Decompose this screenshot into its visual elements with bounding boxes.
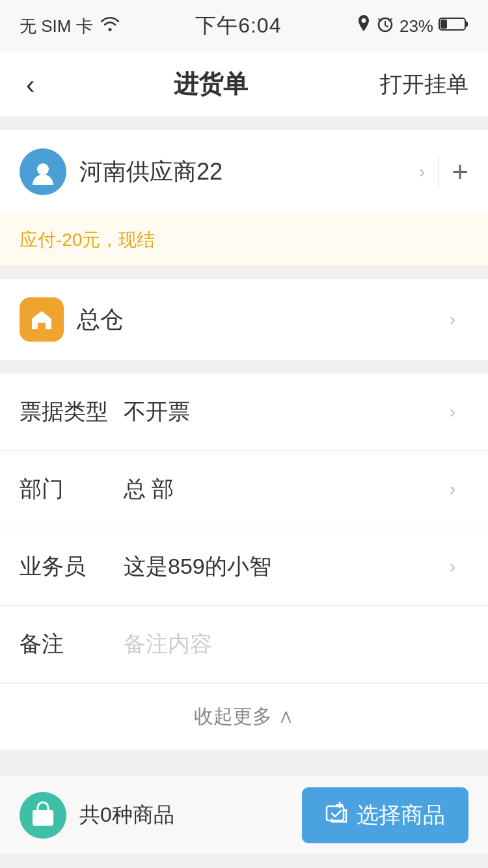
warehouse-chevron-icon: ›	[450, 309, 455, 330]
invoice-type-value: 不开票	[124, 397, 450, 427]
status-time: 下午6:04	[195, 12, 281, 40]
section-spacer-2	[0, 360, 488, 373]
collapse-label: 收起更多 ∧	[194, 703, 293, 730]
collapse-row[interactable]: 收起更多 ∧	[0, 683, 488, 750]
warehouse-row[interactable]: 总仓 ›	[0, 279, 488, 360]
department-label: 部门	[20, 474, 124, 504]
svg-rect-6	[33, 810, 53, 826]
svg-rect-2	[441, 20, 447, 29]
svg-rect-5	[38, 323, 46, 329]
nav-bar: ‹ 进货单 打开挂单	[0, 52, 488, 117]
open-pending-button[interactable]: 打开挂单	[380, 70, 468, 100]
wifi-icon	[100, 16, 120, 36]
status-left: 无 SIM 卡	[20, 15, 120, 38]
carrier-text: 无 SIM 卡	[20, 15, 93, 38]
notice-text: 应付-20元，现结	[20, 230, 155, 250]
remark-row[interactable]: 备注 备注内容	[0, 606, 488, 683]
svg-point-4	[37, 163, 49, 175]
back-button[interactable]: ‹	[20, 65, 41, 104]
warehouse-name: 总仓	[77, 304, 450, 336]
invoice-type-row[interactable]: 票据类型 不开票 ›	[0, 373, 488, 451]
salesperson-label: 业务员	[20, 552, 124, 582]
status-bar: 无 SIM 卡 下午6:04 23%	[0, 0, 488, 52]
product-count-text: 共0种商品	[79, 801, 302, 830]
salesperson-chevron-icon: ›	[450, 556, 455, 577]
status-right: 23%	[357, 15, 468, 38]
svg-rect-7	[327, 806, 344, 821]
supplier-row: 河南供应商22 › +	[0, 130, 488, 214]
salesperson-row[interactable]: 业务员 这是859的小智 ›	[0, 528, 488, 606]
invoice-type-label: 票据类型	[20, 397, 124, 427]
notice-banner: 应付-20元，现结	[0, 214, 488, 266]
nav-title: 进货单	[174, 68, 248, 101]
section-divider-1	[0, 117, 488, 130]
location-icon	[357, 15, 371, 38]
svg-rect-3	[465, 21, 468, 27]
section-spacer-1	[0, 266, 488, 279]
battery-text: 23%	[400, 16, 433, 36]
product-icon	[20, 792, 66, 839]
select-product-label: 选择商品	[357, 800, 445, 830]
department-row[interactable]: 部门 总 部 ›	[0, 451, 488, 528]
salesperson-value: 这是859的小智	[124, 552, 450, 582]
remark-value[interactable]: 备注内容	[124, 629, 468, 659]
remark-label: 备注	[20, 629, 124, 659]
select-product-icon	[325, 801, 349, 830]
supplier-avatar	[20, 148, 66, 195]
supplier-divider	[438, 156, 439, 188]
invoice-type-chevron-icon: ›	[450, 401, 455, 422]
add-supplier-button[interactable]: +	[452, 157, 468, 186]
bottom-bar: 共0种商品 选择商品	[0, 776, 488, 854]
department-chevron-icon: ›	[450, 479, 455, 500]
supplier-name[interactable]: 河南供应商22	[79, 156, 419, 188]
supplier-chevron-icon: ›	[419, 161, 425, 182]
warehouse-icon	[20, 297, 64, 342]
select-product-button[interactable]: 选择商品	[302, 787, 468, 843]
department-value: 总 部	[124, 474, 450, 504]
section-spacer-3	[0, 750, 488, 763]
battery-icon	[439, 16, 468, 36]
alarm-icon	[376, 15, 394, 38]
